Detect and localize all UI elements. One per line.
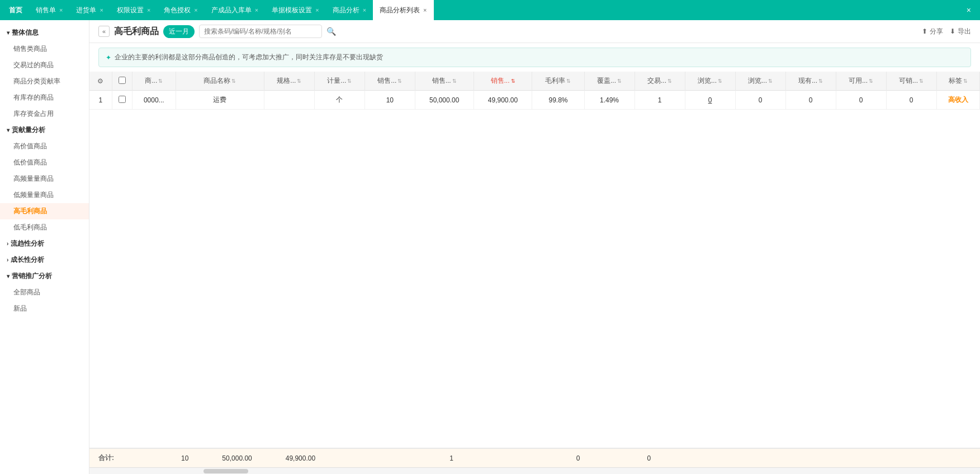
- col-margin-header[interactable]: 毛利率⇅: [532, 72, 584, 91]
- col-trade-header[interactable]: 交易...⇅: [635, 72, 685, 91]
- nav-analysis[interactable]: 商品分析 ×: [326, 0, 373, 20]
- sidebar-item-new-goods[interactable]: 新品: [0, 301, 89, 317]
- sidebar-item-low-freq[interactable]: 低频量量商品: [0, 187, 89, 203]
- sidebar-group-trend[interactable]: › 流趋性分析: [0, 236, 89, 252]
- page-title: 高毛利商品: [114, 26, 159, 37]
- col-qty-sort: 销售...⇅: [377, 76, 402, 86]
- footer-available: 0: [647, 454, 651, 462]
- cell-margin: 99.8%: [532, 91, 584, 110]
- search-button[interactable]: 🔍: [326, 27, 336, 36]
- nav-purchase-close[interactable]: ×: [100, 7, 103, 13]
- group-wealth-label: 贡献量分析: [12, 125, 45, 135]
- cell-checkbox[interactable]: [112, 91, 132, 110]
- window-close-button[interactable]: ×: [960, 6, 978, 15]
- data-table-container: ⚙ 商...⇅ 商品名称⇅ 规格...⇅ 计量...⇅ 销售...⇅ 销售...…: [89, 72, 980, 448]
- col-current-header[interactable]: 现有...⇅: [785, 72, 836, 91]
- col-amt-header[interactable]: 销售...⇅: [415, 72, 474, 91]
- col-unit-sort: 计量...⇅: [327, 76, 352, 86]
- export-label: 导出: [958, 27, 971, 36]
- nav-purchase-label: 进货单: [76, 6, 96, 15]
- export-button[interactable]: ⬇ 导出: [950, 27, 971, 36]
- nav-finished-close[interactable]: ×: [255, 7, 258, 13]
- cell-trade: 1: [635, 91, 685, 110]
- col-saleable-sort: 可销...⇅: [899, 76, 924, 86]
- select-all-checkbox[interactable]: [119, 77, 126, 84]
- sidebar-group-overall[interactable]: ▾ 整体信息: [0, 25, 89, 41]
- footer-current: 0: [576, 454, 580, 462]
- cell-browse2: 0: [735, 91, 785, 110]
- sidebar-item-high-margin[interactable]: 高毛利商品: [0, 203, 89, 219]
- col-settings-header[interactable]: ⚙: [89, 72, 112, 91]
- nav-home[interactable]: 首页: [2, 0, 29, 20]
- col-browse2-header[interactable]: 浏览...⇅: [735, 72, 785, 91]
- col-tag-header[interactable]: 标签⇅: [936, 72, 979, 91]
- col-spec-sort: 规格...⇅: [277, 76, 301, 86]
- col-available-header[interactable]: 可用...⇅: [836, 72, 886, 91]
- sidebar-item-traded-goods[interactable]: 交易过的商品: [0, 57, 89, 73]
- share-button[interactable]: ⬆ 分享: [922, 27, 943, 36]
- nav-role-close[interactable]: ×: [194, 7, 197, 13]
- footer-values: 10 50,000.00 49,900.00 1 0 0: [159, 454, 651, 462]
- cell-available: 0: [836, 91, 886, 110]
- col-tag-sort: 标签⇅: [949, 76, 968, 86]
- content-area: « 高毛利商品 近一月 🔍 ⬆ 分享 ⬇ 导出 ✦ 企业的主要的利润都是这部分商…: [89, 20, 980, 474]
- nav-analysis-list[interactable]: 商品分析列表 ×: [373, 0, 433, 20]
- info-icon: ✦: [106, 54, 111, 62]
- nav-sales[interactable]: 销售单 ×: [29, 0, 69, 20]
- col-checkbox-header[interactable]: [112, 72, 132, 91]
- horizontal-scrollbar[interactable]: [89, 467, 980, 474]
- sidebar-item-low-margin[interactable]: 低毛利商品: [0, 219, 89, 236]
- nav-permission-close[interactable]: ×: [147, 7, 150, 13]
- col-browse1-header[interactable]: 浏览...⇅: [685, 72, 735, 91]
- nav-analysis-close[interactable]: ×: [363, 7, 366, 13]
- col-code-header[interactable]: 商...⇅: [132, 72, 176, 91]
- group-growth-label: 成长性分析: [11, 255, 44, 265]
- cell-name: 运费: [176, 91, 264, 110]
- nav-finished[interactable]: 产成品入库单 ×: [205, 0, 265, 20]
- cell-amt: 50,000.00: [415, 91, 474, 110]
- sidebar: ▾ 整体信息 销售类商品 交易过的商品 商品分类贡献率 有库存的商品 库存资金占…: [0, 20, 89, 474]
- scroll-thumb[interactable]: [203, 469, 248, 473]
- cell-coverage: 1.49%: [584, 91, 635, 110]
- sidebar-collapse-button[interactable]: «: [98, 26, 110, 37]
- filter-recent-month-button[interactable]: 近一月: [163, 25, 195, 38]
- cell-num: 1: [89, 91, 112, 110]
- col-name-header[interactable]: 商品名称⇅: [176, 72, 264, 91]
- row-checkbox[interactable]: [119, 96, 126, 103]
- sidebar-item-sales-goods[interactable]: 销售类商品: [0, 41, 89, 57]
- sidebar-group-growth[interactable]: › 成长性分析: [0, 252, 89, 268]
- search-input[interactable]: [199, 25, 322, 38]
- sidebar-item-all-goods[interactable]: 全部商品: [0, 284, 89, 301]
- column-settings-icon[interactable]: ⚙: [97, 77, 103, 85]
- sidebar-item-low-price[interactable]: 低价值商品: [0, 154, 89, 171]
- sidebar-item-stock-capital[interactable]: 库存资金占用: [0, 106, 89, 122]
- nav-permission[interactable]: 权限设置 ×: [110, 0, 157, 20]
- col-saleable-header[interactable]: 可销...⇅: [886, 72, 936, 91]
- footer-profit: 49,900.00: [286, 454, 315, 462]
- nav-analysis-label: 商品分析: [333, 6, 359, 15]
- group-overall-label: 整体信息: [12, 28, 39, 37]
- col-profit-header[interactable]: 销售...⇅: [474, 72, 532, 91]
- sidebar-item-goods-contribution[interactable]: 商品分类贡献率: [0, 73, 89, 90]
- col-coverage-header[interactable]: 覆盖...⇅: [584, 72, 635, 91]
- col-unit-header[interactable]: 计量...⇅: [314, 72, 364, 91]
- browse1-link[interactable]: 0: [708, 96, 712, 104]
- nav-analysis-list-close[interactable]: ×: [423, 7, 427, 13]
- nav-template[interactable]: 单据模板设置 ×: [265, 0, 325, 20]
- nav-purchase[interactable]: 进货单 ×: [69, 0, 110, 20]
- col-spec-header[interactable]: 规格...⇅: [264, 72, 314, 91]
- sidebar-group-marketing[interactable]: ▾ 营销推广分析: [0, 268, 89, 284]
- nav-sales-close[interactable]: ×: [59, 7, 63, 13]
- nav-template-close[interactable]: ×: [315, 7, 319, 13]
- info-banner: ✦ 企业的主要的利润都是这部分商品创造的，可考虑加大推广，同时关注库存是不要出现…: [98, 48, 971, 67]
- nav-role[interactable]: 角色授权 ×: [157, 0, 204, 20]
- col-coverage-sort: 覆盖...⇅: [597, 76, 622, 86]
- sidebar-item-high-freq[interactable]: 高频量量商品: [0, 171, 89, 187]
- sidebar-item-stock-goods[interactable]: 有库存的商品: [0, 90, 89, 106]
- cell-unit: 个: [314, 91, 364, 110]
- col-current-sort: 现有...⇅: [798, 76, 823, 86]
- col-qty-header[interactable]: 销售...⇅: [364, 72, 415, 91]
- group-marketing-label: 营销推广分析: [12, 271, 52, 281]
- sidebar-group-wealth[interactable]: ▾ 贡献量分析: [0, 122, 89, 138]
- sidebar-item-high-price[interactable]: 高价值商品: [0, 138, 89, 154]
